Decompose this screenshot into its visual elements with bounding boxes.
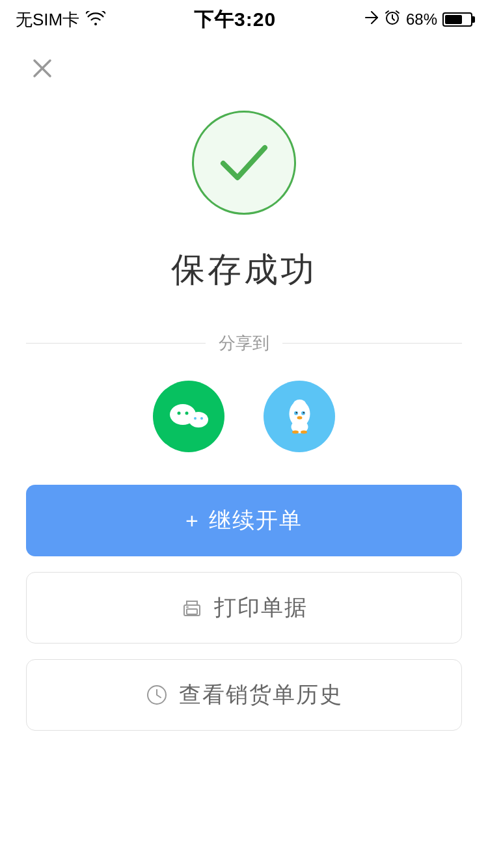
checkmark-icon — [218, 140, 270, 185]
share-section: 分享到 — [26, 332, 462, 452]
svg-point-8 — [194, 417, 197, 420]
status-right: 68% — [364, 9, 472, 30]
wifi-icon — [86, 10, 105, 30]
svg-point-14 — [295, 412, 297, 413]
svg-point-7 — [185, 412, 189, 415]
share-label: 分享到 — [219, 332, 269, 355]
svg-point-9 — [200, 417, 203, 420]
print-button[interactable]: 打印单据 — [26, 572, 462, 644]
wechat-share-button[interactable] — [153, 381, 224, 452]
print-label: 打印单据 — [214, 593, 308, 623]
alarm-icon — [384, 9, 401, 30]
printer-icon — [180, 596, 204, 619]
share-divider: 分享到 — [26, 332, 462, 355]
status-time: 下午3:20 — [194, 7, 276, 33]
status-left: 无SIM卡 — [16, 8, 105, 31]
close-button-wrapper — [26, 52, 462, 85]
battery-icon — [442, 12, 472, 27]
svg-point-16 — [297, 416, 302, 419]
history-label: 查看销货单历史 — [179, 680, 343, 710]
carrier-text: 无SIM卡 — [16, 8, 79, 31]
continue-order-button[interactable]: + 继续开单 — [26, 485, 462, 556]
svg-point-19 — [301, 430, 307, 433]
location-icon — [364, 10, 379, 29]
svg-point-15 — [303, 412, 304, 413]
battery-percent: 68% — [406, 10, 437, 29]
svg-point-6 — [178, 412, 181, 415]
main-content: 保存成功 分享到 — [0, 39, 488, 757]
close-button[interactable] — [26, 52, 59, 85]
svg-point-18 — [292, 430, 299, 433]
svg-point-20 — [293, 400, 306, 410]
svg-rect-22 — [187, 609, 197, 614]
history-button[interactable]: 查看销货单历史 — [26, 659, 462, 731]
status-bar: 无SIM卡 下午3:20 68% — [0, 0, 488, 39]
success-title: 保存成功 — [171, 247, 317, 293]
clock-icon — [145, 683, 169, 707]
share-icons — [26, 381, 462, 452]
success-circle — [192, 111, 296, 215]
continue-order-label: 继续开单 — [209, 506, 303, 536]
actions: + 继续开单 打印单据 查看销货单历史 — [26, 485, 462, 731]
svg-point-5 — [189, 412, 208, 427]
qq-share-button[interactable] — [264, 381, 335, 452]
plus-icon: + — [185, 508, 198, 534]
